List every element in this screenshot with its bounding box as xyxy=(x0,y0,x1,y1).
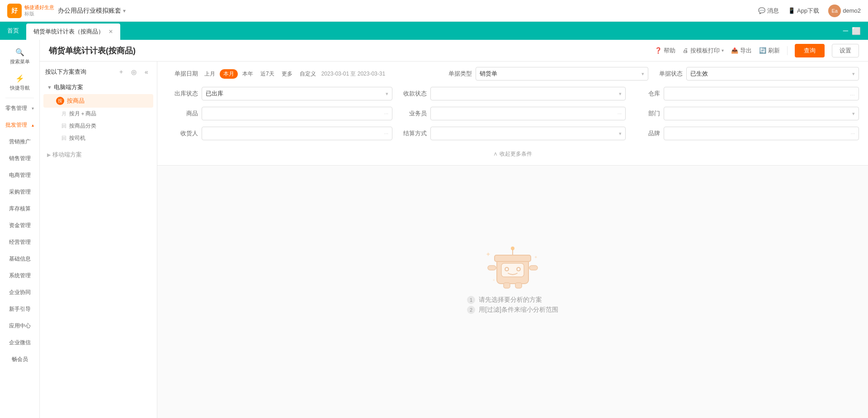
sidebar-item-system[interactable]: 系统管理 xyxy=(0,267,39,284)
product-field: 商品 ··· xyxy=(166,107,392,120)
message-btn[interactable]: 💬 消息 xyxy=(758,7,779,15)
refresh-icon: 🔄 xyxy=(759,47,766,54)
print-arrow-icon: ▾ xyxy=(722,48,724,53)
brand-more-icon[interactable]: ··· xyxy=(851,131,855,136)
product-input[interactable]: ··· xyxy=(202,107,392,120)
brand-input[interactable]: ··· xyxy=(664,127,859,140)
mobile-expand-arrow: ▶ xyxy=(47,152,51,158)
svg-text:✦: ✦ xyxy=(534,255,538,260)
tab-close-icon[interactable]: ✕ xyxy=(108,28,113,35)
more-dates-btn[interactable]: 更多 xyxy=(279,69,295,79)
tree-section: ▼ 电脑端方案 按 按商品 月 按月＋商品 回 按商品分类 xyxy=(40,81,157,162)
receiver-more-icon[interactable]: ··· xyxy=(384,131,388,136)
custom-date-btn[interactable]: 自定义 xyxy=(297,69,319,79)
svg-text:✦: ✦ xyxy=(486,251,491,258)
tab-home[interactable]: 首页 xyxy=(0,22,26,40)
dept-arrow-icon: ▾ xyxy=(852,111,855,117)
sidebar-item-ecommerce[interactable]: 电商管理 xyxy=(0,167,39,184)
sidebar-item-retail[interactable]: 零售管理 ▾ xyxy=(0,100,39,117)
tree-grandchild-by-machine[interactable]: 回 按司机 xyxy=(43,132,153,144)
collect-status-select[interactable]: ▾ xyxy=(430,87,626,100)
sidebar-item-inventory[interactable]: 库存核算 xyxy=(0,200,39,217)
sidebar-item-app-center[interactable]: 应用中心 xyxy=(0,318,39,334)
this-month-btn[interactable]: 本月 xyxy=(220,69,238,79)
staff-more-icon[interactable]: ··· xyxy=(618,111,622,116)
empty-hints: 1 请先选择要分析的方案 2 用[过滤]条件来缩小分析范围 xyxy=(467,296,558,316)
nav-title[interactable]: 办公用品行业模拟账套 ▾ xyxy=(58,7,126,15)
top-nav-left: 好 畅捷通好生意 标版 办公用品行业模拟账套 ▾ xyxy=(7,4,126,18)
receiver-input[interactable]: ··· xyxy=(202,127,392,140)
pay-method-select[interactable]: ▾ xyxy=(430,127,626,140)
sidebar-item-purchase[interactable]: 采购管理 xyxy=(0,184,39,200)
doc-type-field: 单据类型 销货单 ▾ xyxy=(445,67,648,81)
sidebar-item-quick-nav[interactable]: ⚡ 快捷导航 xyxy=(0,70,39,96)
right-panel: 单据日期 上月 本月 本年 近7天 更多 自定义 20 xyxy=(157,62,868,418)
tree-mobile-section[interactable]: ▶ 移动端方案 xyxy=(43,148,153,162)
sidebar-item-search-menu[interactable]: 🔍 搜索菜单 xyxy=(0,43,39,70)
app-download-btn[interactable]: 📱 App下载 xyxy=(788,7,819,15)
sidebar-item-newbie[interactable]: 新手引导 xyxy=(0,301,39,318)
query-button[interactable]: 查询 xyxy=(795,44,825,57)
last-7-days-btn[interactable]: 近7天 xyxy=(258,69,277,79)
dept-select[interactable]: ▾ xyxy=(664,107,859,120)
search-icon: 🔍 xyxy=(15,48,24,57)
tree-expand-arrow: ▼ xyxy=(47,85,52,90)
warehouse-field: 仓库 … xyxy=(633,87,859,100)
doc-type-select[interactable]: 销货单 ▾ xyxy=(476,67,648,81)
pay-method-arrow-icon: ▾ xyxy=(619,131,622,137)
by-product-icon: 按 xyxy=(56,97,64,105)
this-year-btn[interactable]: 本年 xyxy=(240,69,256,79)
dept-field: 部门 ▾ xyxy=(633,107,859,120)
tree-grandchild-by-month-product[interactable]: 月 按月＋商品 xyxy=(43,108,153,120)
svg-rect-10 xyxy=(515,283,522,288)
staff-input[interactable]: ··· xyxy=(430,107,626,120)
help-btn[interactable]: ❓ 帮助 xyxy=(655,47,675,55)
svg-text:✦: ✦ xyxy=(492,278,495,282)
sidebar-item-member[interactable]: 畅会员 xyxy=(0,351,39,368)
empty-hint-text-1: 请先选择要分析的方案 xyxy=(479,296,542,304)
header-separator xyxy=(787,46,788,55)
tree-child-by-product[interactable]: 按 按商品 xyxy=(43,94,153,108)
refresh-btn[interactable]: 🔄 刷新 xyxy=(759,47,780,55)
out-status-select[interactable]: 已出库 ▾ xyxy=(202,87,392,100)
doc-type-arrow-icon: ▾ xyxy=(642,71,644,77)
tree-desktop-section[interactable]: ▼ 电脑端方案 xyxy=(43,81,153,94)
sidebar-item-basic-info[interactable]: 基础信息 xyxy=(0,251,39,267)
export-btn[interactable]: 📤 导出 xyxy=(731,47,752,55)
sidebar-item-sales[interactable]: 销售管理 xyxy=(0,150,39,167)
print-btn[interactable]: 🖨 按模板打印 ▾ xyxy=(683,47,724,55)
svg-rect-1 xyxy=(495,255,531,261)
content-area: 销货单统计计表(按商品) ❓ 帮助 🖨 按模板打印 ▾ 📤 导出 🔄 刷新 xyxy=(40,40,868,418)
tab-minimize-icon[interactable]: ─ xyxy=(843,27,848,35)
header-actions: ❓ 帮助 🖨 按模板打印 ▾ 📤 导出 🔄 刷新 查询 设 xyxy=(655,44,859,57)
last-month-btn[interactable]: 上月 xyxy=(202,69,218,79)
tab-sales-stat[interactable]: 销货单统计计表（按商品） ✕ xyxy=(26,24,120,40)
svg-point-12 xyxy=(511,247,514,250)
sidebar-item-enterprise[interactable]: 企业协同 xyxy=(0,284,39,301)
tree-grandchild-by-category[interactable]: 回 按商品分类 xyxy=(43,120,153,132)
top-nav-right: 💬 消息 📱 App下载 Ea demo2 xyxy=(758,5,861,17)
sidebar-item-finance[interactable]: 资金管理 xyxy=(0,217,39,234)
tab-maximize-icon[interactable]: ⬜ xyxy=(852,27,861,35)
logo-icon: 好 xyxy=(7,4,22,18)
collapse-sidebar-btn[interactable]: « xyxy=(142,67,151,77)
warehouse-more-icon[interactable]: … xyxy=(850,91,855,96)
settings-button[interactable]: 设置 xyxy=(832,44,859,57)
edit-scheme-btn[interactable]: ◎ xyxy=(129,67,139,77)
warehouse-input[interactable]: … xyxy=(664,87,859,100)
user-area[interactable]: Ea demo2 xyxy=(828,5,861,17)
collect-status-arrow-icon: ▾ xyxy=(619,91,622,97)
sidebar-item-operation[interactable]: 经营管理 xyxy=(0,234,39,251)
form-row-1: 单据日期 上月 本月 本年 近7天 更多 自定义 20 xyxy=(166,67,859,81)
add-scheme-btn[interactable]: ＋ xyxy=(116,67,126,77)
product-more-icon[interactable]: ··· xyxy=(384,111,388,116)
collapse-conditions-btn[interactable]: ∧ 收起更多条件 xyxy=(166,147,859,165)
sidebar-item-wholesale[interactable]: 批发管理 ▴ xyxy=(0,117,39,133)
logo-area: 好 畅捷通好生意 标版 xyxy=(7,4,54,18)
svg-rect-7 xyxy=(488,266,496,270)
sidebar-item-marketing[interactable]: 营销推广 xyxy=(0,133,39,150)
doc-status-select[interactable]: 已生效 ▾ xyxy=(686,67,859,81)
print-icon: 🖨 xyxy=(683,47,689,54)
sidebar-item-wechat[interactable]: 企业微信 xyxy=(0,334,39,351)
wholesale-arrow-icon: ▴ xyxy=(32,123,34,128)
